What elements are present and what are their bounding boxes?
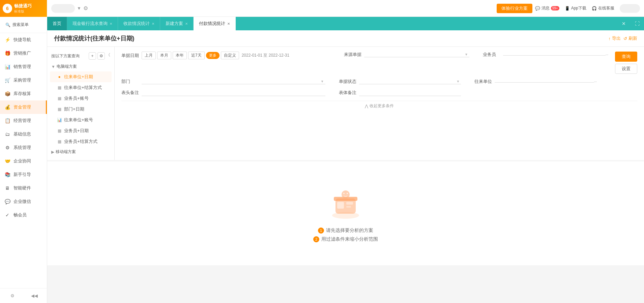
nav-label-quick-nav: 快捷导航 [13,37,31,43]
tab-close-pay-stats[interactable]: ✕ [227,22,230,26]
sidebar-item-marketing[interactable]: 🎁 营销推广 [0,47,47,60]
collapse-filter-label: 收起更多条件 [370,103,394,109]
sidebar-item-basic-info[interactable]: 🗂 基础信息 [0,127,47,141]
date-btn-4[interactable]: 更多 [206,52,219,59]
counterpart-select[interactable] [495,81,594,83]
nav-icon-operation: 📋 [4,117,11,124]
staff-select[interactable] [503,54,606,56]
body-note-input[interactable] [359,89,461,96]
messages-label: 消息 [541,5,550,11]
trial-btn[interactable]: 体验行业方案 [497,4,532,13]
export-btn[interactable]: ↑ 导出 [609,35,621,41]
company-dropdown-btn[interactable]: ▼ [77,6,81,11]
desktop-scheme-group-title[interactable]: ▼ 电脑端方案 [50,62,112,71]
scheme-item-dept-date[interactable]: ▦ 部门+日期 [50,104,112,115]
search-menu-label: 搜索菜单 [12,22,29,28]
source-doc-select[interactable]: ▼ [364,52,469,57]
collapse-filter-btn[interactable]: ⋀ 收起更多条件 [121,101,637,111]
date-btn-0[interactable]: 上月 [142,52,156,59]
messages-btn[interactable]: 💬 消息 99+ [535,5,559,11]
date-btn-5[interactable]: 自定义 [221,52,239,59]
sidebar-item-guide[interactable]: 📚 新手引导 [0,168,47,181]
topbar: ▼ ⚙ 体验行业方案 💬 消息 99+ 📱 App下载 🎧 在线客服 [47,0,644,17]
tab-close-cash-flow[interactable]: ✕ [110,22,112,26]
sidebar-item-purchase[interactable]: 🛒 采购管理 [0,73,47,87]
nav-icon-basic-info: 🗂 [4,131,11,138]
tab-close-payment-stats[interactable]: ✕ [152,22,154,26]
topbar-settings-icon[interactable]: ⚙ [83,5,88,11]
nav-icon-quick-nav: ⚡ [4,36,11,43]
nav-icon-guide: 📚 [4,171,11,178]
scheme-item-counterpart-settlement[interactable]: ▦ 往来单位+结算方式 [50,82,112,93]
tab-home[interactable]: 首页 [47,17,67,30]
sidebar-title: 畅捷通巧 [14,3,32,9]
dept-field: 部门 ▼ [121,79,325,85]
staff-more-btn[interactable]: ··· [606,53,608,57]
sidebar-item-quick-nav[interactable]: ⚡ 快捷导航 [0,33,47,47]
messages-badge: 99+ [551,6,559,10]
add-scheme-btn[interactable]: + [89,52,96,60]
sidebar-item-wechat[interactable]: 💬 企业微信 [0,195,47,208]
sidebar-item-system[interactable]: ⚙ 系统管理 [0,141,47,154]
staff-label: 业务员 [483,52,503,58]
dept-select[interactable]: ▼ [142,79,325,84]
sidebar-item-sales[interactable]: 📊 销售管理 [0,60,47,73]
sidebar-item-capital[interactable]: 💰 资金管理 [0,100,47,114]
query-btn[interactable]: 查询 [615,52,637,62]
header-note-input[interactable] [142,89,325,96]
scheme-label-dept-date: 部门+日期 [64,106,84,112]
tab-pay-stats[interactable]: 付款情况统计✕ [194,17,236,30]
sidebar-item-enterprise[interactable]: 🤝 企业协同 [0,154,47,168]
date-btn-3[interactable]: 近7天 [188,52,205,59]
sidebar-item-hardware[interactable]: 🖥 智能硬件 [0,181,47,195]
user-avatar[interactable] [620,4,640,13]
svg-point-7 [343,193,345,194]
nav-label-basic-info: 基础信息 [13,131,31,137]
tab-cash-flow[interactable]: 现金银行流水查询✕ [67,17,118,30]
sidebar-item-inventory[interactable]: 📦 库存核算 [0,87,47,100]
sidebar-search-section: 🔍 搜索菜单 [0,17,47,33]
app-download-btn[interactable]: 📱 App下载 [565,5,586,11]
scheme-icon-dept-date: ▦ [57,107,62,112]
refresh-icon: ↺ [623,36,627,41]
date-btn-2[interactable]: 本年 [173,52,187,59]
phone-icon: 📱 [565,6,570,11]
scheme-item-counterpart-account[interactable]: 📊 往来单位+账号 [50,115,112,125]
sidebar-item-operation[interactable]: 📋 经营管理 [0,114,47,127]
tab-new-scheme[interactable]: 新建方案✕ [160,17,194,30]
sidebar-item-member[interactable]: ✓ 畅会员 [0,208,47,222]
counterpart-more-btn[interactable]: ··· [594,80,597,84]
scheme-item-staff-settlement[interactable]: ▦ 业务员+结算方式 [50,136,112,147]
tab-payment-stats[interactable]: 收款情况统计✕ [118,17,160,30]
company-avatar [51,4,75,13]
mobile-scheme-group-title[interactable]: ▶ 移动端方案 [50,147,112,157]
collapse-sidebar-btn[interactable]: ◀◀ [25,291,45,300]
scheme-item-staff-account[interactable]: ▦ 业务员+账号 [50,93,112,104]
refresh-btn[interactable]: ↺ 刷新 [623,35,637,41]
collapse-scheme-btn[interactable]: 《 [106,52,110,60]
nav-label-system: 系统管理 [13,145,31,151]
manage-scheme-btn[interactable]: ⚙ [97,52,105,60]
topbar-right: 💬 消息 99+ 📱 App下载 🎧 在线客服 [535,4,640,13]
date-btn-1[interactable]: 本月 [157,52,171,59]
nav-label-marketing: 营销推广 [13,50,31,56]
maximize-btn[interactable]: ⛶ [631,17,644,30]
settings-btn[interactable]: 设置 [615,64,637,74]
search-menu-item[interactable]: 🔍 搜索菜单 [3,20,44,30]
filter-row-3: 表头备注 表体备注 [121,89,637,96]
page-header-actions: ↑ 导出 ↺ 刷新 [609,35,638,41]
scheme-item-counterpart-date[interactable]: ● 往来单位+日期 [50,71,112,82]
tab-close-new-scheme[interactable]: ✕ [185,22,188,26]
message-icon: 💬 [535,6,540,11]
dept-arrow-icon: ▼ [321,80,324,83]
nav-label-capital: 资金管理 [13,104,31,110]
scheme-item-staff-date[interactable]: ▦ 业务员+日期 [50,125,112,136]
filter-row-2: 部门 ▼ 单据状态 ▼ [121,79,637,85]
close-all-tabs-btn[interactable]: ✕ [617,17,631,30]
settings-footer-btn[interactable]: ⚙ [3,291,22,300]
nav-label-purchase: 采购管理 [13,77,31,83]
doc-status-select[interactable]: ▼ [359,79,461,84]
online-service-btn[interactable]: 🎧 在线客服 [592,5,614,11]
online-service-label: 在线客服 [598,5,614,11]
export-icon: ↑ [609,36,611,41]
